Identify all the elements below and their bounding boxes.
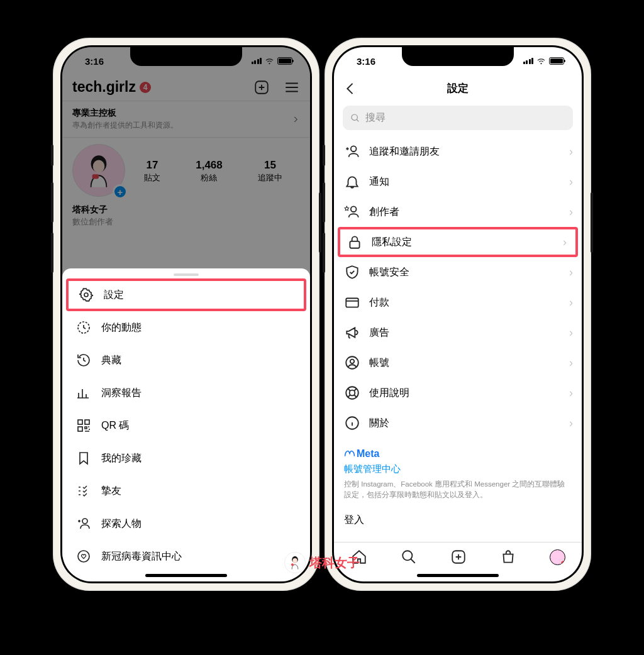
notch bbox=[130, 47, 242, 66]
menu-item-activity[interactable]: 你的動態 bbox=[62, 311, 310, 344]
settings-item-payments[interactable]: 付款 › bbox=[334, 287, 582, 317]
menu-label: 你的動態 bbox=[101, 321, 142, 334]
create-tab-icon[interactable] bbox=[450, 549, 467, 565]
close-friends-icon bbox=[76, 483, 91, 498]
svg-point-19 bbox=[350, 390, 355, 396]
chevron-right-icon: › bbox=[569, 356, 573, 370]
card-icon bbox=[344, 294, 360, 311]
settings-item-creator[interactable]: 創作者 › bbox=[334, 197, 582, 227]
menu-label: 摯友 bbox=[101, 485, 121, 498]
chevron-right-icon: › bbox=[569, 326, 573, 339]
chevron-right-icon: › bbox=[569, 145, 573, 158]
qr-icon bbox=[76, 418, 91, 433]
chevron-right-icon: › bbox=[569, 266, 573, 279]
login-section-header: 登入 bbox=[334, 505, 582, 529]
meta-description: 控制 Instagram、Facebook 應用程式和 Messenger 之間… bbox=[344, 479, 572, 501]
add-friend-icon bbox=[344, 143, 360, 160]
cellular-signal-icon bbox=[523, 58, 534, 64]
page-title: 設定 bbox=[447, 81, 469, 96]
menu-item-insights[interactable]: 洞察報告 bbox=[62, 377, 310, 409]
lock-icon bbox=[347, 234, 363, 250]
archive-icon bbox=[76, 353, 91, 368]
menu-item-saved[interactable]: 我的珍藏 bbox=[62, 442, 310, 475]
settings-item-notifications[interactable]: 通知 › bbox=[334, 167, 582, 197]
menu-item-archive[interactable]: 典藏 bbox=[62, 344, 310, 377]
search-icon bbox=[350, 113, 360, 123]
svg-point-9 bbox=[82, 519, 87, 524]
accounts-center-link[interactable]: 帳號管理中心 bbox=[344, 463, 572, 475]
svg-rect-15 bbox=[346, 299, 358, 307]
chevron-right-icon: › bbox=[569, 387, 573, 400]
svg-point-11 bbox=[352, 114, 357, 120]
menu-item-covid[interactable]: 新冠病毒資訊中心 bbox=[62, 540, 310, 573]
svg-point-21 bbox=[402, 551, 412, 560]
status-time: 3:16 bbox=[357, 56, 375, 67]
menu-label: 新冠病毒資訊中心 bbox=[101, 550, 182, 563]
profile-tab-icon[interactable] bbox=[550, 549, 565, 565]
menu-label: 探索人物 bbox=[101, 517, 142, 531]
svg-point-25 bbox=[291, 563, 294, 566]
discover-people-icon bbox=[76, 516, 91, 531]
wifi-icon bbox=[536, 58, 546, 65]
settings-item-ads[interactable]: 廣告 › bbox=[334, 317, 582, 348]
star-person-icon bbox=[344, 204, 360, 220]
svg-rect-14 bbox=[350, 241, 359, 248]
bar-chart-icon bbox=[76, 385, 91, 400]
menu-label: 典藏 bbox=[101, 354, 121, 367]
settings-item-account[interactable]: 帳號 › bbox=[334, 348, 582, 378]
meta-logo: Meta bbox=[344, 448, 572, 460]
svg-point-10 bbox=[78, 551, 89, 562]
svg-rect-8 bbox=[78, 427, 82, 431]
svg-point-4 bbox=[84, 293, 88, 297]
search-tab-icon[interactable] bbox=[401, 549, 417, 565]
phone-right: 3:16 設定 搜尋 追蹤和邀請朋友 › bbox=[325, 38, 591, 591]
clock-activity-icon bbox=[76, 320, 91, 335]
info-icon bbox=[344, 415, 360, 431]
settings-item-about[interactable]: 關於 › bbox=[334, 408, 582, 438]
menu-item-qr[interactable]: QR 碼 bbox=[62, 409, 310, 442]
meta-section: Meta 帳號管理中心 控制 Instagram、Facebook 應用程式和 … bbox=[334, 438, 582, 505]
menu-label: 設定 bbox=[104, 289, 124, 302]
home-indicator[interactable] bbox=[417, 574, 499, 577]
watermark-text: 塔科女子 bbox=[309, 554, 360, 571]
battery-icon bbox=[549, 57, 564, 65]
svg-rect-7 bbox=[85, 420, 89, 424]
chevron-right-icon: › bbox=[569, 175, 573, 189]
menu-item-settings[interactable]: 設定 bbox=[66, 278, 306, 311]
svg-point-24 bbox=[292, 558, 297, 563]
chevron-right-icon: › bbox=[569, 206, 573, 219]
chevron-right-icon: › bbox=[563, 236, 567, 249]
settings-item-help[interactable]: 使用說明 › bbox=[334, 378, 582, 408]
gear-icon bbox=[79, 287, 94, 302]
menu-item-discover[interactable]: 探索人物 bbox=[62, 507, 310, 540]
search-placeholder: 搜尋 bbox=[365, 111, 386, 124]
settings-item-follow-invite[interactable]: 追蹤和邀請朋友 › bbox=[334, 136, 582, 167]
svg-point-17 bbox=[350, 360, 355, 364]
svg-point-12 bbox=[351, 146, 357, 151]
menu-label: QR 碼 bbox=[101, 419, 129, 432]
bookmark-icon bbox=[76, 451, 91, 466]
search-input[interactable]: 搜尋 bbox=[343, 106, 573, 130]
settings-item-privacy[interactable]: 隱私設定 › bbox=[338, 227, 578, 257]
shield-icon bbox=[344, 264, 360, 280]
bell-icon bbox=[344, 173, 360, 190]
menu-item-close-friends[interactable]: 摯友 bbox=[62, 475, 310, 507]
back-button[interactable] bbox=[341, 80, 359, 97]
shop-tab-icon[interactable] bbox=[500, 549, 516, 565]
home-indicator[interactable] bbox=[145, 574, 227, 577]
bottom-sheet: 設定 你的動態 典藏 洞察報告 QR 碼 bbox=[62, 268, 310, 581]
menu-label: 洞察報告 bbox=[101, 387, 142, 400]
notch bbox=[402, 47, 514, 66]
svg-point-18 bbox=[346, 387, 358, 399]
account-icon bbox=[344, 355, 360, 371]
sheet-grabber[interactable] bbox=[174, 273, 199, 276]
svg-point-13 bbox=[351, 206, 357, 212]
chevron-right-icon: › bbox=[569, 296, 573, 309]
phone-left: 3:16 tech.girlz 4 專業主控 bbox=[53, 38, 319, 591]
help-icon bbox=[344, 385, 360, 401]
settings-item-security[interactable]: 帳號安全 › bbox=[334, 257, 582, 287]
megaphone-icon bbox=[344, 324, 360, 341]
heart-health-icon bbox=[76, 549, 91, 564]
svg-rect-6 bbox=[78, 420, 82, 424]
menu-label: 我的珍藏 bbox=[101, 452, 142, 465]
